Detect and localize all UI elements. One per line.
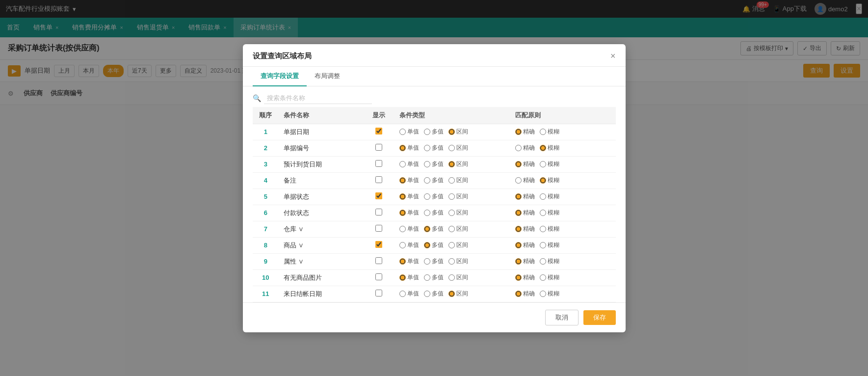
type-radio-input-区间[interactable] xyxy=(448,193,455,200)
cell-match[interactable]: 精确模糊 xyxy=(510,286,616,302)
type-radio-多值[interactable]: 多值 xyxy=(424,192,444,201)
match-radio-input-精确[interactable] xyxy=(515,129,522,135)
tab-query-fields[interactable]: 查询字段设置 xyxy=(253,67,307,86)
cancel-button[interactable]: 取消 xyxy=(545,310,579,325)
type-radio-区间[interactable]: 区间 xyxy=(448,225,468,233)
type-radio-多值[interactable]: 多值 xyxy=(424,225,444,233)
display-checkbox[interactable] xyxy=(375,144,382,151)
type-radio-input-多值[interactable] xyxy=(424,258,430,265)
cell-match[interactable]: 精确模糊 xyxy=(510,269,616,286)
type-radio-input-多值[interactable] xyxy=(424,129,430,135)
type-radio-input-单值[interactable] xyxy=(399,242,406,248)
match-radio-模糊[interactable]: 模糊 xyxy=(540,225,559,233)
match-radio-input-精确[interactable] xyxy=(515,145,522,151)
display-checkbox[interactable] xyxy=(375,225,382,232)
type-radio-单值[interactable]: 单值 xyxy=(399,209,419,217)
cell-display[interactable] xyxy=(363,221,395,237)
display-checkbox[interactable] xyxy=(375,290,382,296)
cell-match[interactable]: 精确模糊 xyxy=(510,188,616,205)
match-radio-input-精确[interactable] xyxy=(515,193,522,200)
cell-match[interactable]: 精确模糊 xyxy=(510,140,616,156)
match-radio-input-精确[interactable] xyxy=(515,258,522,265)
match-radio-精确[interactable]: 精确 xyxy=(515,160,535,168)
cell-match[interactable]: 精确模糊 xyxy=(510,237,616,253)
display-checkbox[interactable] xyxy=(375,241,382,248)
type-radio-input-区间[interactable] xyxy=(448,145,455,151)
type-radio-input-区间[interactable] xyxy=(448,291,455,297)
tab-layout-adjust[interactable]: 布局调整 xyxy=(307,67,348,86)
type-radio-单值[interactable]: 单值 xyxy=(399,241,419,249)
cell-display[interactable] xyxy=(363,253,395,269)
type-radio-input-单值[interactable] xyxy=(399,145,406,151)
type-radio-input-单值[interactable] xyxy=(399,129,406,135)
cell-type[interactable]: 单值多值区间 xyxy=(395,124,510,140)
type-radio-input-单值[interactable] xyxy=(399,193,406,200)
match-radio-input-精确[interactable] xyxy=(515,242,522,248)
match-radio-input-精确[interactable] xyxy=(515,226,522,232)
type-radio-区间[interactable]: 区间 xyxy=(448,241,468,249)
match-radio-input-精确[interactable] xyxy=(515,177,522,184)
type-radio-单值[interactable]: 单值 xyxy=(399,257,419,266)
cell-type[interactable]: 单值多值区间 xyxy=(395,140,510,156)
type-radio-多值[interactable]: 多值 xyxy=(424,273,444,282)
match-radio-精确[interactable]: 精确 xyxy=(515,273,535,282)
cell-display[interactable] xyxy=(363,286,395,302)
cell-type[interactable]: 单值多值区间 xyxy=(395,237,510,253)
cell-display[interactable] xyxy=(363,205,395,221)
type-radio-input-区间[interactable] xyxy=(448,242,455,248)
cell-match[interactable]: 精确模糊 xyxy=(510,156,616,172)
cell-type[interactable]: 单值多值区间 xyxy=(395,253,510,269)
display-checkbox[interactable] xyxy=(375,257,382,264)
cell-display[interactable] xyxy=(363,188,395,205)
type-radio-区间[interactable]: 区间 xyxy=(448,192,468,201)
match-radio-input-模糊[interactable] xyxy=(540,193,546,200)
type-radio-多值[interactable]: 多值 xyxy=(424,290,444,298)
type-radio-区间[interactable]: 区间 xyxy=(448,128,468,136)
match-radio-精确[interactable]: 精确 xyxy=(515,128,535,136)
match-radio-精确[interactable]: 精确 xyxy=(515,209,535,217)
type-radio-input-多值[interactable] xyxy=(424,242,430,248)
type-radio-区间[interactable]: 区间 xyxy=(448,209,468,217)
type-radio-input-多值[interactable] xyxy=(424,291,430,297)
type-radio-input-区间[interactable] xyxy=(448,258,455,265)
match-radio-精确[interactable]: 精确 xyxy=(515,192,535,201)
match-radio-input-模糊[interactable] xyxy=(540,291,546,297)
type-radio-区间[interactable]: 区间 xyxy=(448,290,468,298)
match-radio-模糊[interactable]: 模糊 xyxy=(540,273,559,282)
cell-type[interactable]: 单值多值区间 xyxy=(395,205,510,221)
type-radio-input-单值[interactable] xyxy=(399,291,406,297)
type-radio-input-区间[interactable] xyxy=(448,210,455,216)
type-radio-input-多值[interactable] xyxy=(424,161,430,167)
type-radio-多值[interactable]: 多值 xyxy=(424,257,444,266)
cell-type[interactable]: 单值多值区间 xyxy=(395,156,510,172)
match-radio-模糊[interactable]: 模糊 xyxy=(540,209,559,217)
type-radio-input-多值[interactable] xyxy=(424,226,430,232)
match-radio-input-模糊[interactable] xyxy=(540,161,546,167)
type-radio-多值[interactable]: 多值 xyxy=(424,176,444,185)
type-radio-input-多值[interactable] xyxy=(424,274,430,281)
match-radio-模糊[interactable]: 模糊 xyxy=(540,144,559,152)
match-radio-模糊[interactable]: 模糊 xyxy=(540,128,559,136)
match-radio-input-模糊[interactable] xyxy=(540,226,546,232)
type-radio-input-单值[interactable] xyxy=(399,210,406,216)
type-radio-区间[interactable]: 区间 xyxy=(448,160,468,168)
cell-type[interactable]: 单值多值区间 xyxy=(395,188,510,205)
type-radio-input-单值[interactable] xyxy=(399,274,406,281)
type-radio-多值[interactable]: 多值 xyxy=(424,160,444,168)
type-radio-input-区间[interactable] xyxy=(448,226,455,232)
type-radio-单值[interactable]: 单值 xyxy=(399,144,419,152)
type-radio-区间[interactable]: 区间 xyxy=(448,273,468,282)
match-radio-input-模糊[interactable] xyxy=(540,258,546,265)
match-radio-input-模糊[interactable] xyxy=(540,274,546,281)
match-radio-input-模糊[interactable] xyxy=(540,177,546,184)
cell-display[interactable] xyxy=(363,172,395,188)
type-radio-input-单值[interactable] xyxy=(399,161,406,167)
search-input[interactable] xyxy=(264,92,372,104)
display-checkbox[interactable] xyxy=(375,160,382,167)
match-radio-input-模糊[interactable] xyxy=(540,210,546,216)
type-radio-区间[interactable]: 区间 xyxy=(448,257,468,266)
cell-match[interactable]: 精确模糊 xyxy=(510,221,616,237)
match-radio-模糊[interactable]: 模糊 xyxy=(540,241,559,249)
match-radio-input-精确[interactable] xyxy=(515,210,522,216)
match-radio-模糊[interactable]: 模糊 xyxy=(540,257,559,266)
